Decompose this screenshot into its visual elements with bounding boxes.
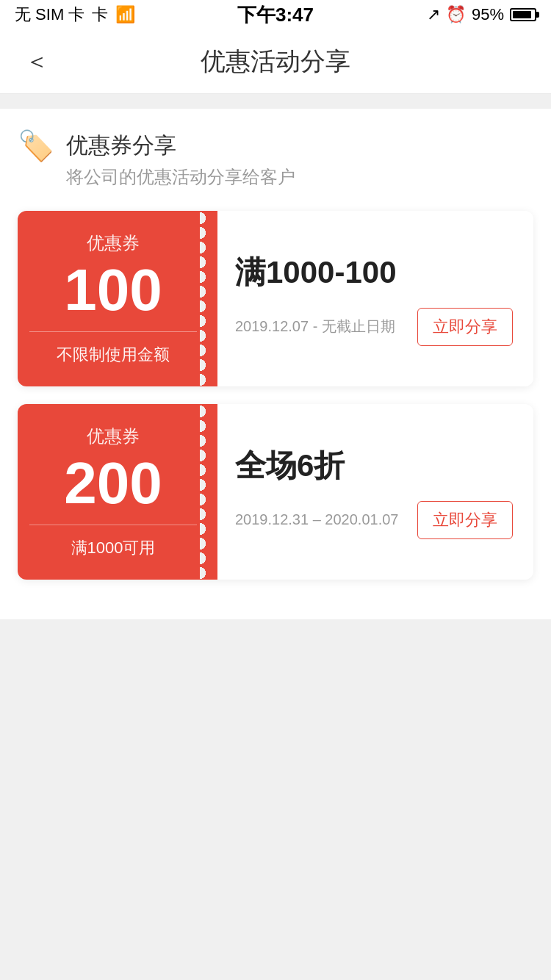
coupon-left-2: 优惠券 200 满1000可用 (18, 404, 209, 580)
bottom-gray-area (0, 619, 551, 980)
section-text: 优惠券分享 将公司的优惠活动分享给客户 (66, 131, 295, 189)
coupon-value-2: 200 (64, 454, 162, 513)
coupon-condition-1: 不限制使用金额 (57, 344, 170, 366)
coupon-right-2: 全场6折 2019.12.31 – 2020.01.07 立即分享 (209, 404, 533, 580)
coupon-type-label-2: 优惠券 (87, 425, 140, 448)
coupon-bottom-2: 2019.12.31 – 2020.01.07 立即分享 (235, 501, 513, 539)
alarm-icon: ⏰ (446, 5, 466, 24)
share-button-1[interactable]: 立即分享 (417, 308, 513, 346)
coupon-type-label-1: 优惠券 (87, 231, 140, 255)
share-button-2[interactable]: 立即分享 (417, 501, 513, 539)
status-right: ↗ ⏰ 95% (427, 5, 536, 24)
status-left: 无 SIM 卡 卡 📶 (15, 4, 135, 26)
section-title: 优惠券分享 (66, 131, 295, 161)
nav-bar: ＜ 优惠活动分享 (0, 29, 551, 94)
content-area: 🏷️ 优惠券分享 将公司的优惠活动分享给客户 优惠券 100 不限制使用金额 满… (0, 109, 551, 619)
back-button[interactable]: ＜ (18, 38, 56, 85)
section-header: 🏷️ 优惠券分享 将公司的优惠活动分享给客户 (18, 131, 533, 189)
coupon-left-1: 优惠券 100 不限制使用金额 (18, 211, 209, 386)
coupon-name-2: 全场6折 (235, 445, 513, 486)
sim-card-icon: 卡 (92, 4, 108, 26)
coupon-date-1: 2019.12.07 - 无截止日期 (235, 317, 408, 336)
coupon-name-1: 满1000-100 (235, 252, 513, 293)
coupon-right-1: 满1000-100 2019.12.07 - 无截止日期 立即分享 (209, 211, 533, 386)
location-icon: ↗ (427, 5, 440, 24)
section-subtitle: 将公司的优惠活动分享给客户 (66, 165, 295, 189)
coupon-condition-2: 满1000可用 (71, 537, 156, 559)
coupon-date-2: 2019.12.31 – 2020.01.07 (235, 511, 408, 528)
coupon-bottom-1: 2019.12.07 - 无截止日期 立即分享 (235, 308, 513, 346)
battery-fill (513, 11, 531, 18)
battery-icon (510, 8, 536, 21)
section-gap-top (0, 94, 551, 109)
coupon-divider-2 (29, 525, 197, 525)
coupon-list: 优惠券 100 不限制使用金额 满1000-100 2019.12.07 - 无… (18, 211, 533, 597)
status-bar: 无 SIM 卡 卡 📶 下午3:47 ↗ ⏰ 95% (0, 0, 551, 29)
coupon-divider-1 (29, 331, 197, 332)
carrier-label: 无 SIM 卡 (15, 4, 84, 26)
coupon-card-2: 优惠券 200 满1000可用 全场6折 2019.12.31 – 2020.0… (18, 404, 533, 580)
battery-percent: 95% (472, 5, 504, 24)
coupon-card-1: 优惠券 100 不限制使用金额 满1000-100 2019.12.07 - 无… (18, 211, 533, 386)
status-time: 下午3:47 (237, 2, 314, 28)
wifi-icon: 📶 (115, 5, 135, 24)
page-title: 优惠活动分享 (201, 45, 350, 79)
coupon-section-icon: 🏷️ (18, 131, 54, 160)
coupon-value-1: 100 (64, 261, 162, 320)
